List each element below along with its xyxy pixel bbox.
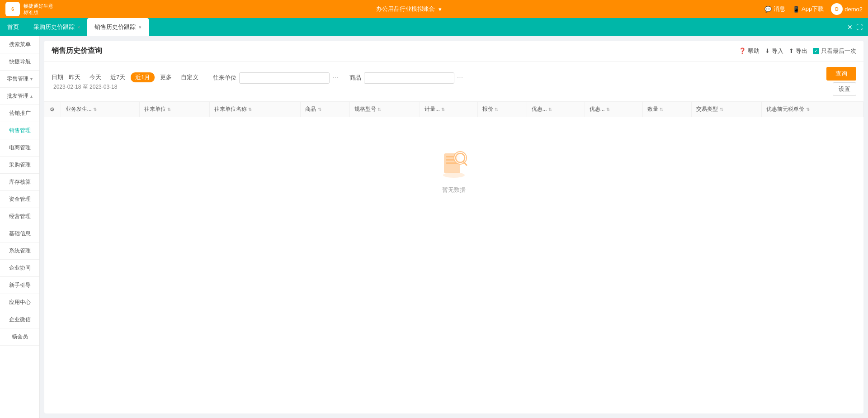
sidebar-item-quick-nav[interactable]: 快捷导航 <box>0 53 39 71</box>
date-btn-custom[interactable]: 自定义 <box>177 72 202 82</box>
col-gear: ⚙ <box>44 102 61 117</box>
export-icon: ⬆ <box>789 48 794 54</box>
tab-sales-label: 销售历史价跟踪 <box>94 23 136 31</box>
sort-discount1-icon[interactable]: ⇅ <box>548 107 552 112</box>
sidebar-item-finance-mgmt[interactable]: 资金管理 <box>0 191 39 208</box>
sort-unit-icon[interactable]: ⇅ <box>441 107 445 112</box>
empty-illustration <box>436 144 472 180</box>
empty-text: 暂无数据 <box>442 186 466 194</box>
brand-name: 畅捷通好生意 标准版 <box>24 3 53 16</box>
content-area: 销售历史价查询 ❓ 帮助 ⬇ 导入 ⬆ 导出 <box>40 36 868 418</box>
col-unit: 计量... ⇅ <box>420 102 477 117</box>
sidebar-item-retail-mgmt[interactable]: 零售管理 ▾ <box>0 71 39 88</box>
export-btn[interactable]: ⬆ 导出 <box>789 47 807 55</box>
tab-sales-close[interactable]: × <box>138 24 141 30</box>
sidebar-item-basic-info[interactable]: 基础信息 <box>0 225 39 242</box>
sidebar-item-sales-mgmt[interactable]: 销售管理 <box>0 122 39 139</box>
tab-home[interactable]: 首页 <box>0 18 26 36</box>
user-btn[interactable]: D demo2 <box>831 3 863 15</box>
date-btn-yesterday[interactable]: 昨天 <box>65 72 84 82</box>
maximize-icon[interactable]: ⛶ <box>856 24 863 31</box>
sidebar-item-ecommerce-mgmt[interactable]: 电商管理 <box>0 139 39 157</box>
table-header-row: ⚙ 业务发生... ⇅ 往来单位 ⇅ 往来单位名称 <box>44 102 863 117</box>
filter-area: 日期 昨天 今天 近7天 近1月 更多 自定义 2023-02-18 至 202… <box>44 62 863 102</box>
tab-sales-history[interactable]: 销售历史价跟踪 × <box>87 18 148 36</box>
query-button[interactable]: 查询 <box>826 67 856 81</box>
sort-pre-tax-price-icon[interactable]: ⇅ <box>806 107 810 112</box>
sidebar-item-operation-mgmt[interactable]: 经营管理 <box>0 208 39 225</box>
sidebar-item-label: 畅会员 <box>12 333 28 341</box>
sidebar-item-enterprise-wechat[interactable]: 企业微信 <box>0 311 39 328</box>
sidebar-item-inventory[interactable]: 库存核算 <box>0 174 39 191</box>
sort-biz-date-icon[interactable]: ⇅ <box>93 107 97 112</box>
sort-quantity-icon[interactable]: ⇅ <box>660 107 663 112</box>
phone-icon: 📱 <box>793 6 800 13</box>
source-unit-input[interactable] <box>239 72 330 84</box>
date-label: 日期 <box>52 73 63 81</box>
date-btn-1month[interactable]: 近1月 <box>131 72 155 82</box>
tab-purchase-close[interactable]: × <box>77 24 80 30</box>
close-all-icon[interactable]: ✕ <box>847 24 853 31</box>
col-discount1: 优惠... ⇅ <box>527 102 585 117</box>
sidebar-item-beginner-guide[interactable]: 新手引导 <box>0 277 39 294</box>
help-btn[interactable]: ❓ 帮助 <box>739 47 760 55</box>
tab-purchase-history[interactable]: 采购历史价跟踪 × <box>26 18 87 36</box>
sort-partner-id-icon[interactable]: ⇅ <box>167 107 171 112</box>
empty-state: 暂无数据 <box>44 117 863 221</box>
sidebar-item-search-menu[interactable]: 搜索菜单 <box>0 36 39 53</box>
source-unit-dots[interactable]: ··· <box>332 74 338 82</box>
page-header: 销售历史价查询 ❓ 帮助 ⬇ 导入 ⬆ 导出 <box>44 41 863 62</box>
sort-trade-type-icon[interactable]: ⇅ <box>720 107 723 112</box>
dropdown-icon[interactable]: ▾ <box>439 6 442 13</box>
product-dots[interactable]: ··· <box>457 74 463 82</box>
help-icon: ❓ <box>739 48 746 54</box>
sidebar-item-label: 零售管理 <box>7 75 28 83</box>
col-biz-date: 业务发生... ⇅ <box>61 102 139 117</box>
message-icon: 💬 <box>764 6 772 13</box>
sidebar-item-label: 经营管理 <box>9 213 31 220</box>
chevron-up-icon: ▴ <box>30 94 33 99</box>
sidebar-item-label: 销售管理 <box>9 127 31 134</box>
sidebar-item-label: 系统管理 <box>9 247 31 255</box>
main-layout: 搜索菜单 快捷导航 零售管理 ▾ 批发管理 ▴ 营销推广 销售管理 电商管理 采… <box>0 36 868 418</box>
logo-text: 6 <box>11 7 14 12</box>
sort-spec-icon[interactable]: ⇅ <box>377 107 381 112</box>
only-last-checkbox[interactable] <box>813 48 819 54</box>
app-download-btn[interactable]: 📱 App下载 <box>793 5 824 13</box>
sidebar-item-app-center[interactable]: 应用中心 <box>0 294 39 311</box>
sidebar-item-label: 电商管理 <box>9 144 31 152</box>
sort-partner-name-icon[interactable]: ⇅ <box>248 107 252 112</box>
topbar-right: 💬 消息 📱 App下载 D demo2 <box>764 3 863 15</box>
sidebar-item-purchase-mgmt[interactable]: 采购管理 <box>0 157 39 174</box>
sidebar-item-wholesale-mgmt[interactable]: 批发管理 ▴ <box>0 88 39 105</box>
sort-discount2-icon[interactable]: ⇅ <box>606 107 610 112</box>
gear-icon[interactable]: ⚙ <box>50 106 55 113</box>
date-btn-7days[interactable]: 近7天 <box>107 72 129 82</box>
sidebar-item-label: 资金管理 <box>9 195 31 203</box>
col-trade-type: 交易类型 ⇅ <box>692 102 762 117</box>
dropdown-label: 办公用品行业模拟账套 <box>376 5 435 13</box>
setting-button[interactable]: 设置 <box>833 82 856 96</box>
col-spec: 规格型号 ⇅ <box>349 102 420 117</box>
sidebar-item-marketing[interactable]: 营销推广 <box>0 105 39 122</box>
sidebar-item-enterprise-agreement[interactable]: 企业协同 <box>0 260 39 277</box>
sidebar-item-system-mgmt[interactable]: 系统管理 <box>0 242 39 260</box>
product-input[interactable] <box>364 72 454 84</box>
col-discount2: 优惠... ⇅ <box>585 102 642 117</box>
tabbar-actions: ✕ ⛶ <box>847 24 868 31</box>
page-title: 销售历史价查询 <box>52 46 102 56</box>
page-header-actions: ❓ 帮助 ⬇ 导入 ⬆ 导出 只看最后一次 <box>739 47 856 55</box>
sort-quote-icon[interactable]: ⇅ <box>495 107 498 112</box>
message-btn[interactable]: 💬 消息 <box>764 5 785 13</box>
sort-product-icon[interactable]: ⇅ <box>318 107 321 112</box>
topbar-left: 6 畅捷通好生意 标准版 <box>5 2 53 16</box>
sidebar-item-label: 库存核算 <box>9 178 31 186</box>
col-quote: 报价 ⇅ <box>477 102 527 117</box>
import-btn[interactable]: ⬇ 导入 <box>765 47 783 55</box>
chevron-down-icon: ▾ <box>30 76 33 81</box>
date-btn-today[interactable]: 今天 <box>86 72 105 82</box>
sidebar-item-vip-member[interactable]: 畅会员 <box>0 328 39 346</box>
only-last-checkbox-label[interactable]: 只看最后一次 <box>813 47 856 55</box>
date-btn-more[interactable]: 更多 <box>156 72 175 82</box>
sidebar-item-label: 应用中心 <box>9 299 31 306</box>
